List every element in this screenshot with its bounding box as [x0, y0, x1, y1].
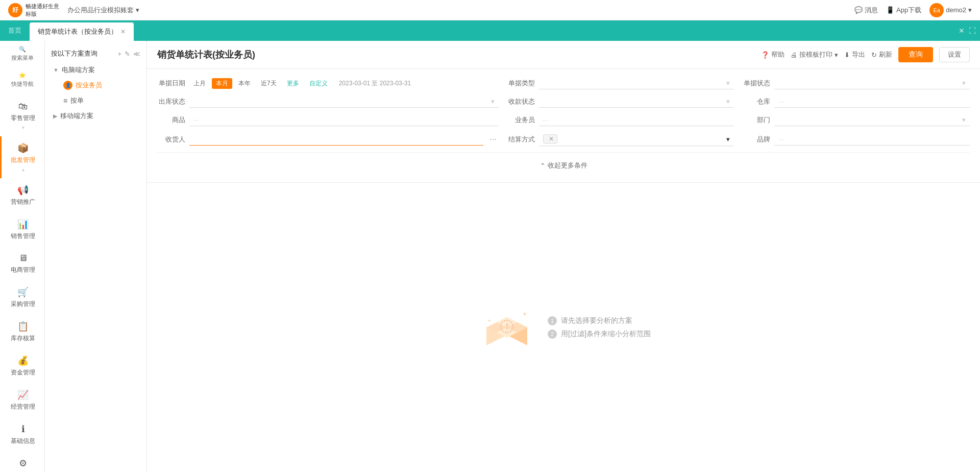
receipt-status-select[interactable]: ▾: [539, 96, 734, 108]
help-btn[interactable]: ❓ 帮助: [761, 50, 785, 59]
receiver-input[interactable]: [189, 133, 483, 146]
export-btn[interactable]: ⬇ 导出: [844, 50, 865, 59]
date-filter-tabs: 上月 本月 本年 近7天 更多 自定义: [189, 78, 332, 89]
messages-btn[interactable]: 💬 消息: [854, 6, 878, 15]
sidebar-item-sales[interactable]: 📊 销售管理: [0, 213, 44, 247]
by-doc-icon: ≡: [63, 97, 67, 105]
sidebar-item-marketing[interactable]: 📢 营销推广: [0, 178, 44, 213]
data-area: ⇧ ✦ ✦ 1 请先选择要分析的方案 2 用[过滤]条件来缩小分析范围: [147, 183, 980, 472]
scheme-badge: 👤: [63, 81, 72, 90]
tab-close-window-btn[interactable]: ✕: [959, 27, 965, 35]
inventory-icon: 📋: [17, 321, 29, 332]
filter-receiver: 收货人 ···: [157, 133, 499, 146]
settings-btn[interactable]: 设置: [939, 47, 970, 62]
right-panel: 销货单统计表(按业务员) ❓ 帮助 🖨 按模板打印 ▾ ⬇ 导出: [147, 41, 980, 472]
sidebar-item-wholesale[interactable]: 📦 批发管理 ▴: [0, 136, 44, 178]
brand-select[interactable]: ···: [774, 133, 970, 146]
sidebar-item-inventory[interactable]: 📋 库存核算: [0, 315, 44, 349]
receiver-more-btn[interactable]: ···: [487, 135, 498, 144]
add-scheme-btn[interactable]: +: [117, 50, 121, 58]
warehouse-select[interactable]: ···: [774, 96, 970, 108]
collapse-icon: ⌃: [540, 162, 546, 170]
print-icon: 🖨: [791, 51, 797, 59]
sidebar-item-operation[interactable]: 📈 经营管理: [0, 383, 44, 417]
sidebar-item-basic[interactable]: ℹ 基础信息: [0, 417, 44, 452]
app-download-btn[interactable]: 📱 App下载: [886, 6, 921, 15]
left-panel: 按以下方案查询 + ✎ ≪ ▼ 电脑端方案 👤 按业务员: [45, 41, 147, 472]
date-tab-thismonth[interactable]: 本月: [212, 78, 232, 89]
message-icon: 💬: [854, 6, 863, 14]
refresh-icon: ↻: [871, 51, 877, 59]
page-title: 销货单统计表(按业务员): [157, 49, 255, 67]
expand-icon: ▾: [22, 125, 24, 130]
quick-nav-icon: ⭐: [19, 72, 26, 79]
empty-state: ⇧ ✦ ✦ 1 请先选择要分析的方案 2 用[过滤]条件来缩小分析范围: [476, 297, 651, 358]
page-header: 销货单统计表(按业务员) ❓ 帮助 🖨 按模板打印 ▾ ⬇ 导出: [147, 41, 980, 69]
tab-home[interactable]: 首页: [0, 20, 30, 41]
operation-icon: 📈: [17, 389, 29, 400]
department-select[interactable]: ▾: [774, 114, 970, 126]
sidebar-item-ecommerce[interactable]: 🖥 电商管理: [0, 247, 44, 280]
edit-scheme-btn[interactable]: ✎: [125, 50, 130, 58]
app-selector[interactable]: 办公用品行业模拟账套 ▾: [63, 4, 143, 17]
export-icon: ⬇: [844, 51, 850, 59]
filter-department: 部门 ▾: [742, 114, 970, 126]
wholesale-icon: 📦: [17, 143, 29, 154]
date-tab-7days[interactable]: 近7天: [257, 78, 281, 89]
sidebar-quick-nav[interactable]: ⭐ 快捷导航: [0, 67, 44, 93]
doc-type-select[interactable]: ▾: [539, 77, 734, 89]
query-btn[interactable]: 查询: [898, 47, 933, 62]
filter-receipt-status: 收款状态 ▾: [507, 96, 734, 108]
sidebar-search[interactable]: 🔍 搜索菜单: [0, 41, 44, 67]
logo-icon: 好: [8, 3, 22, 17]
ecommerce-icon: 🖥: [18, 253, 28, 264]
date-tab-thisyear[interactable]: 本年: [234, 78, 255, 89]
tab-close-icon[interactable]: ✕: [120, 28, 126, 35]
goods-select[interactable]: ···: [189, 114, 499, 126]
date-tab-lastmonth[interactable]: 上月: [189, 78, 210, 89]
expand-icon: ▴: [22, 167, 24, 172]
filter-date: 单据日期 上月 本月 本年 近7天 更多 自定义 2023-03-01 至 20…: [157, 78, 499, 89]
chevron-down-icon: ▾: [726, 135, 730, 143]
tip-num-2: 2: [548, 329, 557, 339]
print-btn[interactable]: 🖨 按模板打印 ▾: [791, 50, 838, 59]
empty-tips: 1 请先选择要分析的方案 2 用[过滤]条件来缩小分析范围: [548, 316, 651, 339]
salesperson-select[interactable]: ···: [539, 114, 734, 126]
collapse-panel-btn[interactable]: ≪: [133, 50, 140, 58]
scheme-salesperson[interactable]: 👤 按业务员: [59, 78, 146, 93]
chevron-down-icon: ▾: [962, 116, 966, 124]
date-tab-custom[interactable]: 自定义: [305, 78, 332, 89]
scheme-by-doc[interactable]: ≡ 按单: [59, 93, 146, 108]
collapse-btn[interactable]: ⌃ 收起更多条件: [157, 157, 970, 174]
sidebar-item-retail[interactable]: 🛍 零售管理 ▾: [0, 95, 44, 136]
marketing-icon: 📢: [17, 184, 29, 196]
filter-row-3: 商品 ··· 业务员 ··· 部门: [157, 114, 970, 126]
tree-section-mobile[interactable]: ▶ 移动端方案: [45, 108, 146, 124]
refresh-btn[interactable]: ↻ 刷新: [871, 50, 892, 59]
svg-text:✦: ✦: [487, 318, 492, 323]
chevron-down-icon: ▾: [962, 79, 966, 87]
tabbar: 首页 销货单统计表（按业务员） ✕ ✕ ⛶: [0, 20, 980, 41]
sidebar: 🔍 搜索菜单 ⭐ 快捷导航 🛍 零售管理 ▾ 📦 批发管理 ▴ 📢 营销推广 📊…: [0, 41, 45, 472]
chevron-down-icon: ▾: [726, 98, 730, 105]
sidebar-item-finance[interactable]: 💰 资金管理: [0, 349, 44, 383]
filter-doc-status: 单据状态 ▾: [742, 77, 970, 89]
filter-out-status: 出库状态 ▾: [157, 96, 499, 108]
tab-maximize-btn[interactable]: ⛶: [969, 27, 976, 35]
sidebar-item-purchase[interactable]: 🛒 采购管理: [0, 280, 44, 315]
payment-tag-close[interactable]: ✕: [549, 135, 554, 143]
date-tab-more[interactable]: 更多: [283, 78, 303, 89]
tree-section-desktop[interactable]: ▼ 电脑端方案: [45, 62, 146, 78]
doc-status-select[interactable]: ▾: [774, 77, 970, 89]
purchase-icon: 🛒: [17, 287, 29, 298]
payment-select[interactable]: ✕ ▾: [539, 132, 734, 146]
logo-area: 好 畅捷通好生意 标版: [8, 3, 59, 17]
chevron-down-icon: ▾: [136, 6, 139, 14]
retail-icon: 🛍: [18, 101, 28, 112]
tab-report[interactable]: 销货单统计表（按业务员） ✕: [30, 22, 134, 41]
out-status-select[interactable]: ▾: [189, 96, 499, 108]
filter-row-2: 出库状态 ▾ 收款状态 ▾ 仓库: [157, 96, 970, 108]
user-menu[interactable]: Ea demo2 ▾: [929, 3, 972, 17]
chevron-down-icon: ▾: [491, 98, 495, 105]
sidebar-item-system[interactable]: ⚙ 系统管理: [0, 452, 44, 472]
